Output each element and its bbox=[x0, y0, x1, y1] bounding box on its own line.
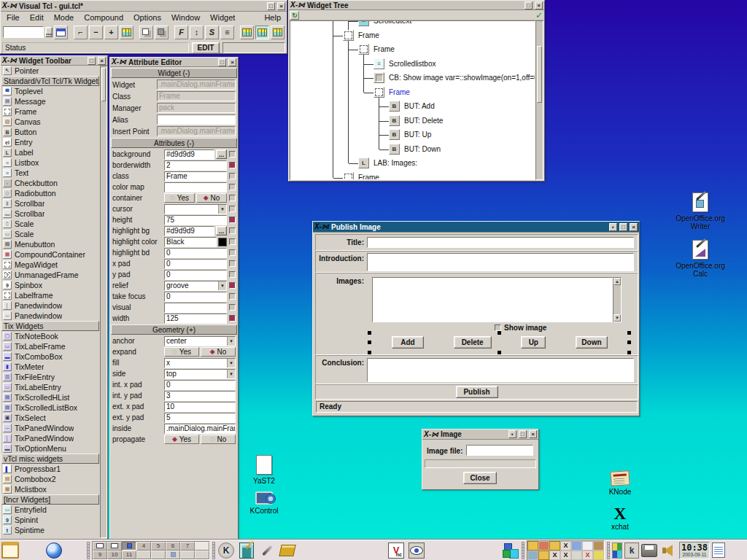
images-scrollbar[interactable]: ▲ ▼ bbox=[613, 277, 622, 322]
attr-changed-checkbox[interactable] bbox=[229, 184, 236, 190]
attr-changed-checkbox[interactable] bbox=[229, 162, 236, 168]
speaker-icon[interactable] bbox=[659, 542, 677, 559]
desktop-window-icon[interactable] bbox=[1, 542, 19, 559]
scrollbar-thumb[interactable] bbox=[537, 46, 542, 103]
widget-item-menubutton[interactable]: ▤Menubutton bbox=[1, 239, 99, 249]
color-palette-icon[interactable] bbox=[612, 542, 622, 559]
attr-changed-checkbox[interactable] bbox=[229, 195, 236, 201]
window-grid-win-icon[interactable] bbox=[582, 541, 593, 551]
dropdown-arrow-icon[interactable]: ▼ bbox=[218, 205, 226, 214]
window-grid-tool-icon[interactable] bbox=[527, 551, 538, 560]
widget-item-message[interactable]: ▤Message bbox=[1, 96, 99, 106]
tree-item-but-down[interactable]: BUT: Down bbox=[290, 142, 535, 156]
widget-item-canvas[interactable]: ▨Canvas bbox=[1, 117, 99, 127]
tree-item-frame[interactable]: Frame bbox=[290, 42, 535, 56]
widget-item-scrollbar[interactable]: ▬Scrollbar bbox=[1, 209, 99, 219]
attr-entry[interactable]: 0 bbox=[164, 380, 236, 390]
widget-item-tixcombobox[interactable]: ▬TixComboBox bbox=[1, 351, 99, 362]
attr-entry[interactable]: #d9d9d9 bbox=[164, 149, 214, 160]
book-icon[interactable] bbox=[279, 542, 296, 559]
font-tool-icon[interactable]: F bbox=[174, 26, 188, 39]
attr-entry[interactable]: 0 bbox=[164, 292, 227, 302]
pager-desktop-8[interactable] bbox=[195, 542, 209, 551]
attr-dropdown[interactable]: ▼ bbox=[164, 204, 227, 214]
attr-changed-checkbox[interactable] bbox=[229, 282, 236, 289]
desktop-icon-yast2[interactable]: YaST2 bbox=[244, 455, 285, 485]
maximize-button[interactable]: □ bbox=[88, 57, 96, 65]
widget-item-checkbutton[interactable]: ▫Checkbutton bbox=[1, 178, 99, 188]
option-yes[interactable]: ◇Yes bbox=[164, 347, 199, 357]
copy-widget-icon[interactable] bbox=[139, 26, 153, 39]
attr-entry[interactable]: 0 bbox=[164, 270, 227, 280]
printer-icon[interactable] bbox=[641, 544, 657, 557]
pager-desktop-14[interactable] bbox=[166, 551, 180, 559]
window-properties-icon[interactable] bbox=[271, 26, 285, 39]
widget-item-panedwindow[interactable]: ─Panedwindow bbox=[1, 311, 99, 321]
color-swatch[interactable] bbox=[218, 238, 227, 246]
widget-item-tixpanedwindow[interactable]: │TixPanedWindow bbox=[1, 433, 99, 443]
widget-item-label[interactable]: LLabel bbox=[1, 147, 99, 158]
pager-desktop-9[interactable]: 9 bbox=[93, 551, 107, 559]
attr-entry[interactable]: 10 bbox=[164, 402, 236, 412]
menu-widget[interactable]: Widget bbox=[210, 13, 235, 22]
widget-item-unmanagedframe[interactable]: ?UnmanagedFrame bbox=[1, 270, 99, 280]
desktop-cubes-icon[interactable] bbox=[502, 542, 519, 559]
refresh-icon[interactable]: ↻ bbox=[290, 11, 299, 20]
widget-item-spinbox[interactable]: 9Spinbox bbox=[1, 280, 99, 290]
button-up[interactable]: Up bbox=[521, 336, 546, 349]
scroll-down-icon[interactable]: ▼ bbox=[614, 314, 621, 322]
attr-changed-checkbox[interactable] bbox=[229, 206, 236, 212]
selection-handle[interactable] bbox=[498, 331, 501, 335]
mozilla-icon[interactable] bbox=[67, 542, 85, 559]
tree-item-frame[interactable]: Frame bbox=[290, 171, 535, 181]
tree-item-cb-show-image-var-showimage-on-1-off-0[interactable]: CB: Show image var=::showImage(on=1,off=… bbox=[290, 71, 535, 85]
maximize-button[interactable]: □ bbox=[619, 223, 627, 231]
widget-item-text[interactable]: ≡Text bbox=[1, 168, 99, 178]
close-button[interactable]: × bbox=[535, 1, 543, 9]
widget-item-listbox[interactable]: ≡Listbox bbox=[1, 158, 99, 168]
menu-window[interactable]: Window bbox=[171, 13, 200, 22]
attr-entry[interactable]: 75 bbox=[164, 215, 227, 225]
section-attributes[interactable]: Attributes (-) bbox=[111, 138, 237, 148]
kcalc-icon[interactable] bbox=[238, 542, 255, 559]
widget-group-tix-widgets[interactable]: Tix Widgets bbox=[1, 321, 99, 331]
widget-item-combobox2[interactable]: ▤Combobox2 bbox=[1, 474, 99, 484]
pager-desktop-6[interactable]: 6 bbox=[166, 542, 180, 551]
command-input[interactable] bbox=[3, 26, 44, 38]
window-grid-bell-icon[interactable] bbox=[593, 551, 604, 560]
widget-item-tixlabelframe[interactable]: ▭TixLabelFrame bbox=[1, 341, 99, 351]
titlebar[interactable]: X-⋈ Image ▪ □ × bbox=[422, 429, 538, 440]
widget-item-scale[interactable]: ▭Scale bbox=[1, 229, 99, 239]
vnc-icon[interactable] bbox=[388, 542, 404, 559]
widget-item-tixmeter[interactable]: ▮TixMeter bbox=[1, 362, 99, 372]
widget-item-tixpanedwindow[interactable]: ─TixPanedWindow bbox=[1, 423, 99, 433]
widget-group-standard-vtcl-tcl-tk-widgets[interactable]: Standard/vTcl Tcl/Tk Widgets bbox=[1, 76, 99, 86]
menu-compound[interactable]: Compound bbox=[84, 13, 123, 22]
tree-item-but-up[interactable]: BUT: Up bbox=[290, 128, 535, 141]
close-button[interactable]: × bbox=[277, 2, 285, 10]
attr-changed-checkbox[interactable] bbox=[229, 315, 236, 322]
klipper-icon[interactable] bbox=[624, 542, 639, 559]
option-yes[interactable]: ◆Yes bbox=[164, 435, 199, 444]
attr-dropdown[interactable]: groove▼ bbox=[164, 281, 227, 291]
close-button[interactable]: × bbox=[98, 57, 106, 65]
style-tool-icon[interactable]: S bbox=[205, 26, 219, 39]
attr-entry[interactable] bbox=[164, 182, 227, 192]
menu-edit[interactable]: Edit bbox=[30, 13, 44, 22]
widget-item-tixnotebook[interactable]: ▢TixNoteBook bbox=[1, 331, 99, 341]
widget-item-mclistbox[interactable]: ▦Mclistbox bbox=[1, 484, 99, 494]
quill-pen-icon[interactable] bbox=[258, 542, 276, 559]
widget-group-vtcl-misc-widgets[interactable]: vTcl misc widgets bbox=[1, 454, 99, 464]
attr-entry[interactable]: .mainDialog.mainFrame bbox=[164, 424, 236, 434]
titlebar[interactable]: X-⋈ Attribute Editor □ × bbox=[110, 58, 238, 67]
window-layout-active-icon[interactable] bbox=[255, 26, 269, 39]
attr-changed-checkbox[interactable] bbox=[229, 151, 236, 158]
tree-item-frame[interactable]: Frame bbox=[290, 85, 535, 99]
attr-entry[interactable]: 3 bbox=[164, 391, 236, 401]
align-tool-icon[interactable]: ≡ bbox=[220, 26, 234, 39]
close-button[interactable]: × bbox=[630, 223, 638, 231]
pager-desktop-13[interactable] bbox=[151, 551, 166, 559]
dropdown-arrow-icon[interactable]: ▼ bbox=[227, 359, 235, 368]
desktop-icon-openoffice-calc[interactable]: OpenOffice.org Calc bbox=[671, 240, 729, 278]
widget-item-compoundcontainer[interactable]: ▦CompoundContainer bbox=[1, 249, 99, 260]
